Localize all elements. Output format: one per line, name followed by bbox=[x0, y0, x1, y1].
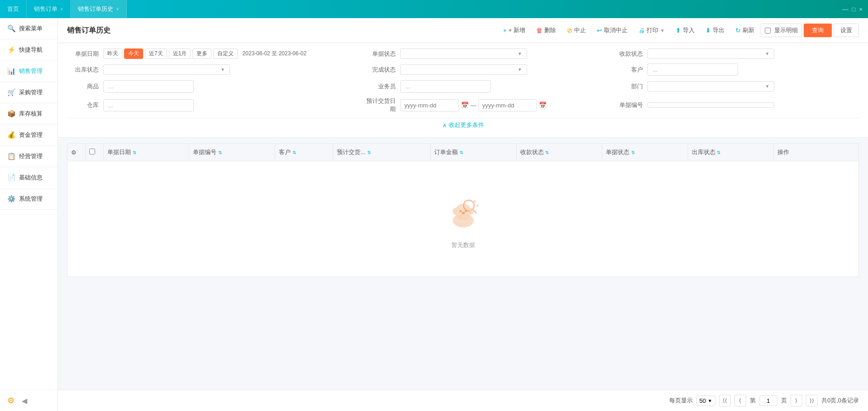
date-btn-more[interactable]: 更多 bbox=[192, 48, 211, 59]
outbound-select[interactable]: ▼ bbox=[103, 64, 230, 75]
date-btn-1month[interactable]: 近1月 bbox=[169, 48, 191, 59]
sidebar-item-basic-info[interactable]: 📄 基础信息 bbox=[0, 167, 58, 189]
th-checkbox[interactable] bbox=[86, 144, 104, 161]
restore-btn[interactable]: □ bbox=[852, 6, 856, 13]
status-select[interactable]: ▼ bbox=[400, 48, 527, 59]
import-button[interactable]: ⬆ 导入 bbox=[671, 24, 699, 37]
docno-input[interactable] bbox=[647, 102, 774, 108]
table-header-row: ⚙ 单据日期 ⇅ 单据编号 ⇅ bbox=[67, 144, 859, 161]
print-arrow: ▼ bbox=[660, 28, 665, 33]
svg-point-4 bbox=[461, 212, 465, 214]
sidebar-settings-icon[interactable]: ⚙ bbox=[7, 396, 14, 406]
th-customer[interactable]: 客户 ⇅ bbox=[275, 144, 333, 161]
toolbar: + + 新增 🗑 删除 ⊘ 中止 ↩ 取消中止 🖨 打印 bbox=[499, 24, 859, 37]
date-btn-today[interactable]: 今天 bbox=[124, 48, 143, 59]
th-receipt-status[interactable]: 收款状态 ⇅ bbox=[516, 144, 602, 161]
filter-row-4: 仓库 ... 预计交货日期 📅 — 📅 单据编号 bbox=[67, 97, 859, 113]
th-docno[interactable]: 单据编号 ⇅ bbox=[189, 144, 275, 161]
stop-label: 中止 bbox=[574, 26, 586, 34]
receipt-status-select[interactable]: ▼ bbox=[647, 48, 774, 59]
tab-sales-order-close[interactable]: × bbox=[60, 6, 63, 12]
warehouse-input[interactable]: ... bbox=[103, 99, 194, 111]
topbar: 首页 销售订单 × 销售订单历史 × — □ × bbox=[0, 0, 868, 18]
sidebar-item-search[interactable]: 🔍 搜索菜单 bbox=[0, 18, 58, 39]
next-page-btn[interactable]: ⟩ bbox=[791, 395, 802, 406]
tab-home[interactable]: 首页 bbox=[0, 0, 27, 18]
tab-sales-order[interactable]: 销售订单 × bbox=[27, 0, 71, 18]
th-outbound[interactable]: 出库状态 ⇅ bbox=[688, 144, 773, 161]
delivery-to-input[interactable] bbox=[478, 99, 537, 111]
sidebar-item-sales[interactable]: 📊 销售管理 bbox=[0, 61, 58, 82]
th-docno-label: 单据编号 bbox=[193, 149, 216, 155]
th-outbound-label: 出库状态 bbox=[692, 149, 715, 155]
per-page-select[interactable]: 50 ▼ bbox=[696, 396, 715, 406]
sidebar-item-operations[interactable]: 📋 经营管理 bbox=[0, 146, 58, 167]
filter-receipt-col: 收款状态 ▼ bbox=[611, 48, 859, 59]
th-receipt-sort-icon: ⇅ bbox=[545, 150, 549, 155]
goods-input[interactable]: ... bbox=[103, 80, 194, 92]
window-close-btn[interactable]: × bbox=[859, 6, 863, 13]
system-icon: ⚙️ bbox=[7, 195, 15, 203]
table-body: ✦ ✦ 暂无数据 bbox=[67, 161, 859, 277]
th-actions: 操作 bbox=[773, 144, 858, 161]
delivery-to-calendar-icon[interactable]: 📅 bbox=[539, 102, 547, 109]
delivery-from-input[interactable] bbox=[400, 99, 459, 111]
th-amount[interactable]: 订单金额 ⇅ bbox=[431, 144, 516, 161]
tab-sales-order-history-close[interactable]: × bbox=[116, 6, 119, 12]
date-btn-7days[interactable]: 近7天 bbox=[145, 48, 167, 59]
table-area: ⚙ 单据日期 ⇅ 单据编号 ⇅ bbox=[58, 138, 868, 390]
prev-page-btn[interactable]: ⟨ bbox=[734, 395, 746, 406]
complete-select[interactable]: ▼ bbox=[400, 64, 527, 75]
sidebar-item-inventory[interactable]: 📦 库存核算 bbox=[0, 103, 58, 125]
th-date[interactable]: 单据日期 ⇅ bbox=[104, 144, 189, 161]
filter-docno-col: 单据编号 bbox=[611, 101, 859, 109]
sidebar-bottom: ⚙ ◀ bbox=[0, 390, 58, 411]
refresh-button[interactable]: ↻ 刷新 bbox=[731, 24, 759, 37]
date-control: 昨天 今天 近7天 近1月 更多 自定义 2023-06-02 至 2023-0… bbox=[103, 48, 364, 59]
stop-button[interactable]: ⊘ 中止 bbox=[562, 24, 590, 37]
cancel-stop-button[interactable]: ↩ 取消中止 bbox=[592, 24, 632, 37]
th-delivery[interactable]: 预计交货... ⇅ bbox=[333, 144, 431, 161]
sidebar-collapse-icon[interactable]: ◀ bbox=[22, 396, 27, 405]
date-btn-yesterday[interactable]: 昨天 bbox=[103, 48, 122, 59]
sidebar-item-system[interactable]: ⚙️ 系统管理 bbox=[0, 189, 58, 210]
tab-sales-order-history[interactable]: 销售订单历史 × bbox=[71, 0, 126, 18]
page-suffix: 页 bbox=[781, 396, 787, 405]
display-checkbox[interactable] bbox=[765, 28, 771, 34]
select-all-checkbox[interactable] bbox=[89, 149, 95, 155]
query-button[interactable]: 查询 bbox=[804, 24, 832, 37]
delivery-from-calendar-icon[interactable]: 📅 bbox=[461, 102, 469, 109]
export-button[interactable]: ⬇ 导出 bbox=[701, 24, 729, 37]
th-doc-status[interactable]: 单据状态 ⇅ bbox=[602, 144, 688, 161]
collapse-bar[interactable]: ∧ 收起更多条件 bbox=[67, 118, 859, 132]
warehouse-label: 仓库 bbox=[67, 101, 103, 109]
date-btn-custom[interactable]: 自定义 bbox=[213, 48, 238, 59]
display-toggle[interactable]: 显示明细 bbox=[761, 24, 802, 37]
topbar-tabs: 首页 销售订单 × 销售订单历史 × bbox=[0, 0, 837, 18]
page-number-input[interactable] bbox=[759, 396, 777, 406]
date-quick-btns: 昨天 今天 近7天 近1月 更多 自定义 bbox=[103, 48, 238, 59]
customer-input[interactable]: ... bbox=[647, 63, 738, 76]
svg-point-9 bbox=[452, 208, 457, 215]
last-page-btn[interactable]: ⟩⟩ bbox=[806, 395, 818, 406]
collapse-up-icon: ∧ bbox=[442, 122, 447, 129]
status-label: 单据状态 bbox=[364, 50, 400, 58]
th-date-sort-icon: ⇅ bbox=[133, 150, 136, 155]
print-button[interactable]: 🖨 打印 ▼ bbox=[634, 24, 669, 37]
settings-button[interactable]: 设置 bbox=[834, 24, 859, 37]
sidebar-item-quicknav[interactable]: ⚡ 快捷导航 bbox=[0, 39, 58, 61]
sidebar-item-finance[interactable]: 💰 资金管理 bbox=[0, 125, 58, 146]
outbound-arrow-icon: ▼ bbox=[221, 67, 225, 72]
new-button[interactable]: + + 新增 bbox=[499, 24, 530, 37]
dept-select[interactable]: ▼ bbox=[647, 81, 774, 92]
first-page-btn[interactable]: ⟨⟨ bbox=[719, 395, 731, 406]
date-label: 单据日期 bbox=[67, 50, 103, 58]
salesman-input[interactable]: ... bbox=[400, 80, 491, 92]
pagination-bar: 每页显示 50 ▼ ⟨⟨ ⟨ 第 页 ⟩ ⟩⟩ 共0页,0条记录 bbox=[58, 390, 868, 411]
delete-button[interactable]: 🗑 删除 bbox=[532, 24, 561, 37]
minimize-btn[interactable]: — bbox=[843, 6, 849, 13]
sidebar-item-purchase[interactable]: 🛒 采购管理 bbox=[0, 82, 58, 103]
th-settings[interactable]: ⚙ bbox=[67, 144, 86, 161]
goods-label: 商品 bbox=[67, 82, 103, 91]
delivery-date-group: 📅 — 📅 bbox=[400, 99, 547, 111]
